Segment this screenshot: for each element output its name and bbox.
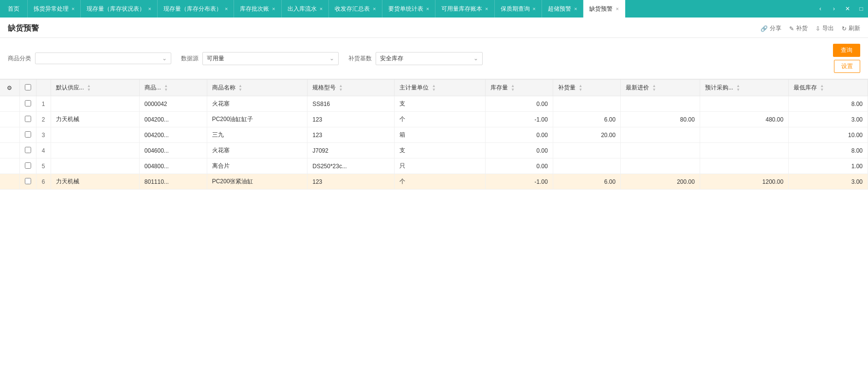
tab-exception[interactable]: 拣货异常处理× bbox=[28, 0, 81, 18]
product-name-th[interactable]: 商品名称 ▲▼ bbox=[207, 80, 307, 96]
row-checkbox[interactable] bbox=[25, 131, 31, 138]
tab-expiry[interactable]: 保质期查询× bbox=[495, 0, 542, 18]
tab-label: 库存批次账 bbox=[240, 5, 269, 13]
query-button[interactable]: 查询 bbox=[833, 44, 860, 57]
table-body: 1 0000042 火花塞 SS816 支 0.00 8.00 2 力天机械 0… bbox=[0, 96, 868, 190]
row-latest-price-cell bbox=[621, 96, 700, 112]
tab-expand-btn[interactable]: □ bbox=[854, 0, 868, 18]
tab-shortage[interactable]: 缺货预警× bbox=[583, 0, 625, 18]
spec-sort-icon[interactable]: ▲▼ bbox=[339, 84, 343, 92]
export-btn[interactable]: ⇩ 导出 bbox=[815, 24, 834, 33]
est-purchase-sort-icon[interactable]: ▲▼ bbox=[736, 84, 740, 92]
tab-close-icon[interactable]: × bbox=[373, 6, 376, 12]
est-purchase-th[interactable]: 预计采购... ▲▼ bbox=[700, 80, 788, 96]
row-checkbox-cell[interactable] bbox=[19, 174, 36, 190]
category-select[interactable]: ⌄ bbox=[35, 53, 171, 64]
row-unit-cell: 支 bbox=[395, 96, 485, 112]
tab-close-icon[interactable]: × bbox=[485, 6, 488, 12]
tab-close-icon[interactable]: × bbox=[426, 6, 429, 12]
tab-overstock[interactable]: 超储预警× bbox=[542, 0, 583, 18]
table-row: 2 力天机械 004200... PC200油缸缸子 123 个 -1.00 6… bbox=[0, 112, 868, 127]
row-checkbox-cell[interactable] bbox=[19, 112, 36, 127]
row-replenish-cell bbox=[553, 158, 620, 174]
latest-price-sort-icon[interactable]: ▲▼ bbox=[652, 84, 656, 92]
tab-inventory-dist[interactable]: 现存量（库存分布表）× bbox=[158, 0, 234, 18]
tab-receive-summary[interactable]: 收发存汇总表× bbox=[329, 0, 382, 18]
row-product-name-cell: 离合片 bbox=[207, 158, 307, 174]
row-checkbox-cell[interactable] bbox=[19, 143, 36, 158]
row-checkbox-cell[interactable] bbox=[19, 158, 36, 174]
refresh-btn[interactable]: ↻ 刷新 bbox=[842, 24, 860, 33]
unit-th[interactable]: 主计量单位 ▲▼ bbox=[395, 80, 485, 96]
tab-prev-btn[interactable]: ‹ bbox=[814, 0, 827, 18]
row-est-purchase-cell bbox=[700, 158, 788, 174]
stock-th[interactable]: 库存量 ▲▼ bbox=[485, 80, 553, 96]
checkbox-th[interactable] bbox=[19, 80, 36, 96]
table-row: 5 004800... 离合片 DS250*23c... 只 0.00 1.00 bbox=[0, 158, 868, 174]
replenish-th[interactable]: 补货量 ▲▼ bbox=[553, 80, 620, 96]
tab-available-ledger[interactable]: 可用量库存账本× bbox=[435, 0, 494, 18]
tab-label: 缺货预警 bbox=[589, 5, 613, 13]
gear-th[interactable]: ⚙ bbox=[0, 80, 19, 96]
tab-close-icon[interactable]: × bbox=[320, 6, 323, 12]
row-checkbox[interactable] bbox=[25, 178, 31, 184]
spec-th[interactable]: 规格型号 ▲▼ bbox=[307, 80, 395, 96]
unit-sort-icon[interactable]: ▲▼ bbox=[432, 84, 436, 92]
replenish-btn[interactable]: ✎ 补货 bbox=[789, 24, 808, 33]
row-supplier-cell: 力天机械 bbox=[51, 174, 139, 190]
row-min-stock-cell: 10.00 bbox=[789, 127, 868, 143]
tab-inout-flow[interactable]: 出入库流水× bbox=[282, 0, 329, 18]
row-checkbox-cell[interactable] bbox=[19, 127, 36, 143]
row-latest-price-cell: 200.00 bbox=[621, 174, 700, 190]
row-replenish-cell: 6.00 bbox=[553, 112, 620, 127]
latest-price-th[interactable]: 最新进价 ▲▼ bbox=[621, 80, 700, 96]
product-name-sort-icon[interactable]: ▲▼ bbox=[238, 84, 242, 92]
tab-inventory-status[interactable]: 现存量（库存状况表）× bbox=[81, 0, 157, 18]
page-header: 缺货预警 🔗 分享 ✎ 补货 ⇩ 导出 ↻ 刷新 bbox=[0, 18, 868, 38]
tab-close-icon[interactable]: × bbox=[615, 6, 618, 12]
row-supplier-cell bbox=[51, 143, 139, 158]
tab-batch[interactable]: 库存批次账× bbox=[234, 0, 281, 18]
supplier-th-label: 默认供应... bbox=[56, 84, 84, 91]
row-latest-price-cell: 80.00 bbox=[621, 112, 700, 127]
product-code-th[interactable]: 商品... ▲▼ bbox=[139, 80, 207, 96]
share-btn[interactable]: 🔗 分享 bbox=[760, 24, 781, 33]
stock-sort-icon[interactable]: ▲▼ bbox=[511, 84, 515, 92]
replenish-basis-select[interactable]: 安全库存 ⌄ bbox=[376, 52, 483, 65]
replenish-basis-value: 安全库存 bbox=[380, 54, 403, 63]
settings-button[interactable]: 设置 bbox=[834, 60, 860, 73]
replenish-label: 补货 bbox=[796, 24, 808, 33]
row-est-purchase-cell: 1200.00 bbox=[700, 174, 788, 190]
table-row: 1 0000042 火花塞 SS816 支 0.00 8.00 bbox=[0, 96, 868, 112]
product-code-sort-icon[interactable]: ▲▼ bbox=[164, 84, 168, 92]
row-spec-cell: 123 bbox=[307, 127, 395, 143]
replenish-sort-icon[interactable]: ▲▼ bbox=[579, 84, 582, 92]
row-stock-cell: -1.00 bbox=[485, 112, 553, 127]
tab-next-btn[interactable]: › bbox=[827, 0, 841, 18]
tab-close-icon[interactable]: × bbox=[272, 6, 275, 12]
supplier-th[interactable]: 默认供应... ▲▼ bbox=[51, 80, 139, 96]
tabs-container: 拣货异常处理×现存量（库存状况表）×现存量（库存分布表）×库存批次账×出入库流水… bbox=[28, 0, 814, 18]
supplier-sort-icon[interactable]: ▲▼ bbox=[87, 84, 91, 92]
tab-close-icon[interactable]: × bbox=[72, 6, 74, 12]
tab-close-icon[interactable]: × bbox=[225, 6, 228, 12]
tab-close-all-btn[interactable]: ✕ bbox=[841, 0, 854, 18]
select-all-checkbox[interactable] bbox=[25, 84, 31, 90]
row-checkbox-cell[interactable] bbox=[19, 96, 36, 112]
row-checkbox[interactable] bbox=[25, 116, 31, 122]
datasource-select[interactable]: 可用量 ⌄ bbox=[202, 52, 339, 65]
tab-close-icon[interactable]: × bbox=[574, 6, 577, 12]
min-stock-th[interactable]: 最低库存 ▲▼ bbox=[789, 80, 868, 96]
tab-home[interactable]: 首页 bbox=[0, 0, 28, 18]
tab-close-icon[interactable]: × bbox=[148, 6, 151, 12]
tab-demand-stat[interactable]: 要货单统计表× bbox=[382, 0, 435, 18]
row-checkbox[interactable] bbox=[25, 147, 31, 153]
min-stock-sort-icon[interactable]: ▲▼ bbox=[820, 84, 824, 92]
row-checkbox[interactable] bbox=[25, 100, 31, 106]
export-icon: ⇩ bbox=[815, 25, 820, 32]
row-unit-cell: 个 bbox=[395, 112, 485, 127]
tab-label: 保质期查询 bbox=[501, 5, 530, 13]
row-checkbox[interactable] bbox=[25, 162, 31, 169]
replenish-icon: ✎ bbox=[789, 25, 794, 32]
tab-close-icon[interactable]: × bbox=[533, 6, 536, 12]
